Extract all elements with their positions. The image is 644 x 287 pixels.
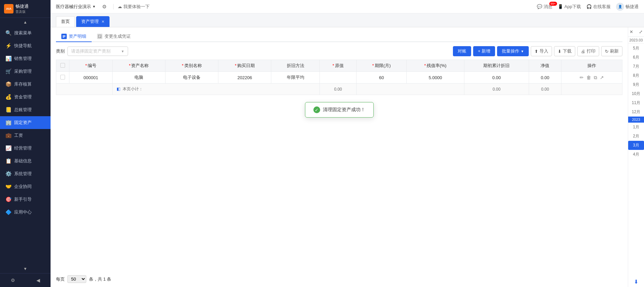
cell-period: 60 [356,72,406,84]
download-btn[interactable]: ⬇ 下载 [554,46,575,56]
refresh-btn[interactable]: ↻ 刷新 [601,46,622,56]
sub-tab-generate-voucher-label: 变更生成凭证 [104,33,131,39]
sidebar-item-inventory[interactable]: 📦 库存核算 [0,78,51,91]
sidebar-item-label: 采购管理 [14,68,32,74]
panel-down-icon[interactable]: ⬇ [634,279,638,285]
col-residual-rate: *残值率(%) [406,60,464,72]
expand-panel-icon[interactable]: ⤢ [639,29,643,34]
per-page-select[interactable]: 50 100 200 [67,275,86,283]
batch-label: 批量操作 [502,48,519,54]
sidebar-item-enterprise[interactable]: 🤝 企业协同 [0,180,51,193]
sidebar-scroll-down[interactable]: ▼ [23,266,28,272]
select-all-checkbox[interactable] [60,63,65,68]
sub-tab-asset-detail[interactable]: 资产明细 [56,31,92,42]
month-2[interactable]: 2月 [628,132,644,141]
print-btn[interactable]: 🖨 打印 [577,46,599,56]
sidebar-item-quick-nav[interactable]: ⚡ 快捷导航 [0,39,51,52]
month-8[interactable]: 8月 [628,71,644,80]
sidebar-item-system[interactable]: ⚙️ 系统管理 [0,167,51,180]
main-area: 医疗器械行业演示 ▼ ⚙ ☁ 我要体验一下 💬 消息 99+ 📱 App下载 🎧… [51,0,644,287]
import-btn[interactable]: ⬆ 导入 [531,46,552,56]
filter-label: 类别 [56,48,65,54]
month-1[interactable]: 1月 [628,123,644,132]
close-panel-icon[interactable]: ✕ [630,29,633,34]
user-name: 畅捷通 [625,4,639,10]
month-4[interactable]: 4月 [628,150,644,159]
app-name: 畅捷通 [16,3,29,9]
app-download-btn[interactable]: 📱 App下载 [558,4,581,10]
cell-purchase-date: 202206 [218,72,271,84]
cell-action: ✏ 🗑 ⧉ ↗ [561,72,622,84]
sidebar-item-funds[interactable]: 💰 资金管理 [0,91,51,103]
sidebar-scroll-up[interactable]: ▲ [23,19,28,25]
panel-bottom-btn: ⬇ [634,277,638,287]
month-6[interactable]: 6月 [628,53,644,62]
sidebar-item-guide[interactable]: 🎯 新手引导 [0,193,51,206]
asset-table: *编号 *资产名称 *类别名称 *购买日期 折旧方法 *原值 *期限(月) *残… [56,60,622,95]
sidebar-item-label: 系统管理 [14,171,32,177]
delete-icon[interactable]: 🗑 [586,75,591,81]
month-11[interactable]: 11月 [628,98,644,107]
online-service-btn[interactable]: 🎧 在线客服 [586,4,611,10]
guide-icon: 🎯 [5,196,11,202]
edit-icon[interactable]: ✏ [580,75,584,81]
tab-close-icon[interactable]: ✕ [101,20,104,24]
tab-home[interactable]: 首页 [56,16,75,27]
sidebar-item-app-center[interactable]: 🔷 应用中心 [0,206,51,219]
app-logo: AtA [4,4,13,13]
sidebar-nav: 🔍 搜索菜单 ⚡ 快捷导航 📊 销售管理 🛒 采购管理 📦 库存核算 💰 资金管… [0,27,51,264]
col-initial-depr: 期初累计折旧 [464,60,529,72]
col-name: *资产名称 [112,60,165,72]
tab-asset-mgmt[interactable]: 资产管理 ✕ [76,16,110,27]
subtotal-row: ◧ 本页小计： 0.00 0.00 0.00 [56,84,622,95]
month-7[interactable]: 7月 [628,62,644,71]
cell-residual-rate: 5.0000 [406,72,464,84]
sub-tab-generate-voucher[interactable]: 变更生成凭证 [92,31,136,42]
sidebar-item-operations[interactable]: 📈 经营管理 [0,142,51,155]
company-selector[interactable]: 医疗器械行业演示 ▼ [56,4,96,10]
sidebar-item-fixed-assets[interactable]: 🏢 固定资产 [0,116,51,129]
import-icon: ⬆ [534,49,538,54]
download-label: 下载 [563,48,572,54]
sidebar-item-purchase[interactable]: 🛒 采购管理 [0,65,51,78]
copy-icon[interactable]: ⧉ [594,75,597,81]
basic-info-icon: 📋 [5,158,11,164]
app-version: 普及版 [16,9,29,14]
more-icon[interactable]: ↗ [600,75,604,81]
batch-dropdown-icon: ▼ [521,50,524,53]
month-9[interactable]: 9月 [628,80,644,89]
sidebar-settings-btn[interactable]: ⚙ [8,276,18,284]
month-5[interactable]: 5月 [628,44,644,53]
sidebar-item-basic-info[interactable]: 📋 基础信息 [0,155,51,167]
user-profile-btn[interactable]: 👤 畅捷通 [616,3,639,11]
reconcile-btn[interactable]: 对账 [453,46,471,56]
cell-initial-depr: 0.00 [464,72,529,84]
month-12[interactable]: 12月 [628,107,644,117]
batch-btn[interactable]: 批量操作 ▼ [497,46,529,56]
app-name-block: 畅捷通 普及版 [16,3,29,14]
topbar-settings-btn[interactable]: ⚙ [100,2,109,11]
sidebar-item-label: 固定资产 [14,120,32,126]
cell-original-value [320,72,357,84]
refresh-icon: ↻ [605,49,609,54]
asset-detail-icon [61,34,67,39]
svg-rect-6 [99,36,101,36]
sidebar-item-label: 搜索菜单 [14,30,32,36]
sidebar-collapse-btn[interactable]: ◀ [34,276,43,284]
month-10[interactable]: 10月 [628,89,644,98]
experience-btn[interactable]: ☁ 我要体验一下 [118,4,150,10]
new-label: + 新增 [478,48,490,54]
right-panel-header: ✕ ⤢ [628,27,644,37]
sidebar-item-sales[interactable]: 📊 销售管理 [0,52,51,65]
refresh-label: 刷新 [610,48,619,54]
sidebar-item-ledger[interactable]: 📒 总账管理 [0,103,51,116]
category-filter[interactable]: 请选择固定资产类别 ▼ [67,46,128,56]
sidebar-item-search[interactable]: 🔍 搜索菜单 [0,27,51,39]
sidebar-item-payroll[interactable]: 💼 工资 [0,129,51,142]
month-3-active[interactable]: 3月 [628,141,644,150]
topbar-right: 💬 消息 99+ 📱 App下载 🎧 在线客服 👤 畅捷通 [537,3,639,11]
row-checkbox[interactable] [60,75,65,79]
messages-btn[interactable]: 💬 消息 99+ [537,4,552,10]
fixed-assets-icon: 🏢 [5,120,11,126]
new-btn[interactable]: + 新增 [473,46,495,56]
